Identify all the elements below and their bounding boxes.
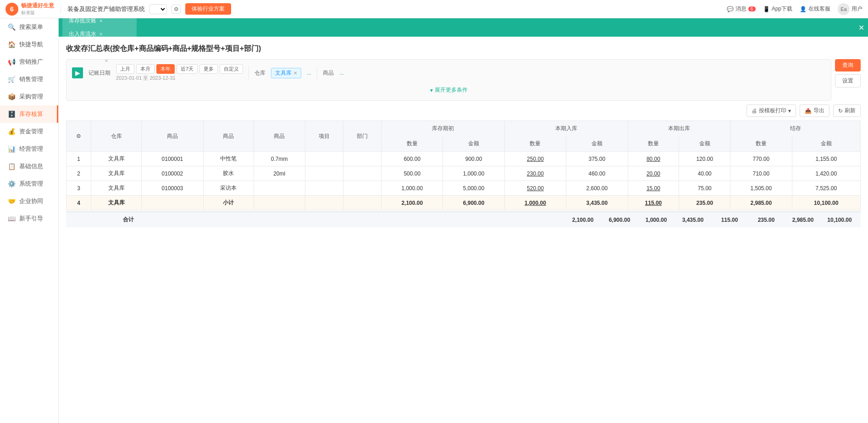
dots2[interactable]: ...	[339, 70, 344, 76]
main-layout: 🔍搜索菜单🏠快捷导航📢营销推广🛒销售管理📦采购管理🗄️库存核算💰资金管理📊经营管…	[0, 18, 868, 423]
top-right-area: 💬 消息 6 📱 App下载 👤 在线客服 Ea 用户	[727, 3, 862, 15]
system-icon: ⚙️	[7, 180, 16, 188]
tab-close-2[interactable]: ✕	[99, 18, 103, 23]
print-icon: 🖨	[752, 108, 757, 114]
sidebar-item-basic-info[interactable]: 📋基础信息	[0, 158, 58, 175]
online-service-area[interactable]: 👤 在线客服	[800, 5, 830, 13]
table-cell[interactable]: 520.00	[504, 181, 566, 196]
sidebar-item-system[interactable]: ⚙️系统管理	[0, 175, 58, 192]
table-cell[interactable]: 20.00	[628, 166, 679, 181]
th-goods-code: 商品	[142, 121, 203, 152]
query-button[interactable]: 查询	[835, 59, 861, 71]
remove-warehouse-icon[interactable]: ✕	[293, 71, 297, 76]
date-filter-col: 上月 本月 本年 近7天 更多 自定义 2023-01-01 至 2023-12…	[116, 64, 243, 82]
export-button[interactable]: 📤 导出	[800, 104, 829, 117]
basic-info-icon: 📋	[7, 162, 16, 170]
tab-2[interactable]: 库存批次账✕	[62, 18, 137, 27]
table-cell: 3	[66, 181, 91, 196]
sidebar-item-inventory[interactable]: 🗄️库存核算	[0, 105, 58, 123]
footer-open-amt: 6,900.00	[601, 217, 638, 223]
date-btn-more[interactable]: 更多	[199, 64, 218, 74]
tab-close-5[interactable]: ✕	[105, 58, 108, 63]
toolbar: 🖨 按模板打印 ▾ 📤 导出 ↻ 刷新	[66, 104, 861, 117]
sidebar: 🔍搜索菜单🏠快捷导航📢营销推广🛒销售管理📦采购管理🗄️库存核算💰资金管理📊经营管…	[0, 18, 59, 423]
expand-chevron-icon: ▾	[430, 87, 433, 93]
table-cell: 460.00	[566, 166, 628, 181]
th-bal-amt: 金额	[792, 136, 860, 152]
purchase-icon: 📦	[7, 93, 16, 101]
sidebar-item-sales[interactable]: 🛒销售管理	[0, 71, 58, 88]
date-btn-this-year[interactable]: 本年	[156, 64, 175, 74]
th-settings: ⚙	[66, 121, 91, 152]
table-row: 3文具库0100003采访本1,000.005,000.00520.002,60…	[66, 181, 861, 196]
app-download-area[interactable]: 📱 App下载	[763, 5, 792, 13]
tab-close-3[interactable]: ✕	[99, 32, 103, 37]
message-icon-area[interactable]: 💬 消息 6	[727, 5, 756, 13]
system-select[interactable]	[149, 4, 167, 14]
sidebar-item-quick-nav[interactable]: 🏠快捷导航	[0, 36, 58, 53]
close-all-tabs[interactable]: ✕	[858, 23, 864, 32]
table-cell: 文具库	[91, 152, 141, 166]
date-btn-prev-month[interactable]: 上月	[116, 64, 134, 74]
warehouse-tag[interactable]: 文具库 ✕	[271, 68, 301, 78]
table-cell	[142, 196, 203, 210]
table-cell[interactable]: 1,000.00	[504, 196, 566, 210]
inventory-icon: 🗄️	[7, 110, 16, 118]
operations-icon: 📊	[7, 145, 16, 153]
footer-in-qty: 1,000.00	[638, 217, 674, 223]
sidebar-item-finance[interactable]: 💰资金管理	[0, 123, 58, 140]
th-opening-group: 库存期初	[381, 121, 505, 137]
table-cell: 0.7mm	[254, 152, 305, 166]
table-cell: 75.00	[679, 181, 730, 196]
sidebar-item-operations[interactable]: 📊经营管理	[0, 140, 58, 158]
sidebar-item-purchase[interactable]: 📦采购管理	[0, 88, 58, 105]
table-cell[interactable]: 230.00	[504, 166, 566, 181]
table-cell: 文具库	[91, 166, 141, 181]
experience-button[interactable]: 体验行业方案	[185, 3, 231, 15]
table-cell[interactable]: 250.00	[504, 152, 566, 166]
user-avatar: Ea	[838, 3, 850, 15]
sidebar-item-guide[interactable]: 📖新手引导	[0, 210, 58, 227]
tab-close-4[interactable]: ✕	[99, 45, 103, 50]
th-open-qty: 数量	[381, 136, 443, 152]
page-title: 收发存汇总表(按仓库+商品编码+商品+规格型号+项目+部门)	[66, 44, 861, 54]
system-name: 装备及固定资产辅助管理系统	[67, 5, 145, 13]
table-cell: 5,000.00	[443, 181, 504, 196]
settings-button[interactable]: 设置	[835, 74, 861, 88]
table-cell[interactable]: 80.00	[628, 152, 679, 166]
filter-bar: ▶ 记账日期 上月 本月 本年 近7天 更多 自定义	[66, 59, 831, 101]
table-header-top: ⚙ 仓库 商品 商品 商品 项目 部门 库存期初 本期入库 本期出库 结存	[66, 121, 861, 137]
table-cell: 4	[66, 196, 91, 210]
sidebar-item-search[interactable]: 🔍搜索菜单	[0, 18, 58, 36]
table-cell	[305, 196, 343, 210]
date-btn-7days[interactable]: 近7天	[177, 64, 198, 74]
sidebar-item-enterprise[interactable]: 🤝企业协同	[0, 192, 58, 210]
table-cell[interactable]: 15.00	[628, 181, 679, 196]
table-cell: 2,600.00	[566, 181, 628, 196]
table-cell: 600.00	[381, 152, 443, 166]
message-icon: 💬	[727, 6, 734, 12]
dots1[interactable]: ...	[307, 70, 311, 76]
table-cell: 2	[66, 166, 91, 181]
table-cell: 40.00	[679, 166, 730, 181]
settings-icon[interactable]: ⚙	[171, 5, 181, 14]
goods-label: 商品	[323, 69, 334, 77]
refresh-icon: ↻	[838, 108, 843, 114]
sidebar-item-marketing[interactable]: 📢营销推广	[0, 53, 58, 71]
date-btn-custom[interactable]: 自定义	[220, 64, 243, 74]
message-badge: 6	[748, 6, 756, 11]
print-button[interactable]: 🖨 按模板打印 ▾	[746, 104, 796, 117]
th-in-group: 本期入库	[504, 121, 628, 137]
refresh-button[interactable]: ↻ 刷新	[833, 104, 861, 117]
search-icon: 🔍	[7, 23, 16, 31]
expand-more-btn[interactable]: ▾ 展开更多条件	[72, 84, 825, 96]
logo-area: 6 畅捷通好生意 标准版	[6, 2, 54, 16]
date-btn-this-month[interactable]: 本月	[136, 64, 155, 74]
th-in-amt: 金额	[566, 136, 628, 152]
export-label: 导出	[813, 107, 824, 115]
footer-open-qty: 2,100.00	[564, 217, 601, 223]
user-area[interactable]: Ea 用户	[838, 3, 862, 15]
filter-expand-button[interactable]: ▶	[72, 67, 83, 78]
date-options: 上月 本月 本年 近7天 更多 自定义	[116, 64, 243, 74]
table-cell[interactable]: 115.00	[628, 196, 679, 210]
